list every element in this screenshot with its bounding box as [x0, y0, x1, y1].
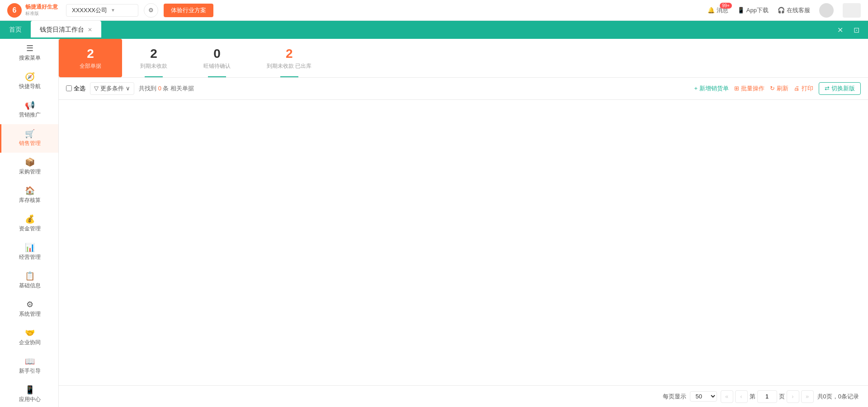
- app-center-icon: 📱: [25, 386, 35, 394]
- gear-icon: ⚙: [148, 7, 154, 14]
- count-unit: 条: [163, 85, 169, 92]
- pagination-nav: « ‹ 第 页 › »: [721, 390, 814, 403]
- sidebar-item-quick-nav[interactable]: 🧭 快捷导航: [0, 67, 58, 96]
- sidebar-item-label-finance: 资金管理: [19, 225, 41, 233]
- finance-icon: 💰: [25, 215, 35, 223]
- sales-icon: 🛒: [25, 130, 35, 138]
- sidebar-item-purchase[interactable]: 📦 采购管理: [0, 153, 58, 181]
- select-all-checkbox[interactable]: 全选: [66, 84, 85, 93]
- pagination-last-button[interactable]: »: [801, 390, 814, 403]
- tab-work-bench-label: 钱货日清工作台: [40, 26, 84, 34]
- avatar[interactable]: [819, 3, 834, 18]
- tab-close-icon[interactable]: ✕: [88, 27, 92, 33]
- count-text: 共找到 0 条 相关单据: [139, 84, 194, 93]
- nav-tabs: 首页 钱货日清工作台 ✕ ✕ ⊡: [0, 21, 868, 39]
- purchase-icon: 📦: [25, 158, 35, 166]
- summary-label-overdue: 到期未收款: [140, 62, 167, 70]
- sidebar-item-system[interactable]: ⚙ 系统管理: [0, 295, 58, 323]
- summary-card-overdue[interactable]: 2 到期未收款: [122, 39, 185, 77]
- sidebar: ☰ 搜索菜单 🧭 快捷导航 📢 营销推广 🛒 销售管理 📦 采购管理 🏠 库存核…: [0, 39, 59, 407]
- header-actions: ⚙ 体验行业方案: [144, 3, 213, 18]
- system-icon: ⚙: [26, 300, 33, 309]
- sidebar-item-sales[interactable]: 🛒 销售管理: [0, 124, 58, 153]
- total-info: 共0页，0条记录: [817, 393, 859, 401]
- marketing-icon: 📢: [25, 101, 35, 109]
- refresh-icon: ↻: [770, 85, 775, 92]
- card-underline-2: [208, 76, 226, 77]
- add-btn-label: 新增销货单: [699, 84, 729, 93]
- download-icon: 📱: [737, 7, 745, 14]
- sidebar-item-finance[interactable]: 💰 资金管理: [0, 210, 58, 238]
- sidebar-item-label-system: 系统管理: [19, 310, 41, 318]
- batch-btn-label: 批量操作: [741, 84, 764, 93]
- sidebar-item-label-basic-info: 基础信息: [19, 282, 41, 290]
- basic-info-icon: 📋: [25, 272, 35, 280]
- filter-icon: ▽: [94, 85, 99, 92]
- related-label: 相关单据: [170, 85, 194, 92]
- app-download-label: App下载: [746, 6, 769, 14]
- card-underline: [145, 76, 163, 77]
- bell-icon: 🔔: [708, 7, 715, 14]
- table-area: [59, 100, 868, 385]
- message-button[interactable]: 🔔 消息 99+: [708, 6, 728, 14]
- select-all-label: 全选: [74, 84, 85, 93]
- select-all-input[interactable]: [66, 85, 72, 91]
- page-label: 第: [750, 393, 755, 401]
- search-menu-icon: ☰: [26, 44, 33, 52]
- sidebar-item-inventory[interactable]: 🏠 库存核算: [0, 181, 58, 210]
- content-area: 2 全部单据 2 到期未收款 0 旺铺待确认 2 到期未收款 已出库: [59, 39, 868, 407]
- filter-button[interactable]: ▽ 更多条件 ∨: [90, 82, 134, 95]
- add-sales-order-button[interactable]: + 新增销货单: [694, 84, 729, 93]
- tab-work-bench[interactable]: 钱货日清工作台 ✕: [31, 21, 101, 39]
- logo-icon: 6: [7, 3, 22, 18]
- card-underline-3: [280, 76, 298, 77]
- tab-home[interactable]: 首页: [0, 21, 31, 39]
- online-service-button[interactable]: 🎧 在线客服: [778, 6, 810, 14]
- sidebar-item-guide[interactable]: 📖 新手引导: [0, 352, 58, 380]
- nav-close-button[interactable]: ✕: [834, 23, 846, 36]
- per-page-select[interactable]: 50 100: [690, 391, 717, 402]
- nav-expand-button[interactable]: ⊡: [850, 23, 863, 36]
- switch-label: 切换新版: [831, 84, 855, 93]
- print-button[interactable]: 🖨 打印: [794, 84, 813, 93]
- sidebar-item-label-collaboration: 企业协同: [19, 339, 41, 346]
- sidebar-item-operation[interactable]: 📊 经营管理: [0, 238, 58, 267]
- experience-button[interactable]: 体验行业方案: [164, 4, 213, 17]
- app-download-button[interactable]: 📱 App下载: [737, 6, 769, 14]
- sidebar-item-app-center[interactable]: 📱 应用中心: [0, 380, 58, 407]
- logo-text: 畅捷通好生意 标准版: [25, 4, 58, 16]
- batch-operation-button[interactable]: ⊞ 批量操作: [734, 84, 764, 93]
- sidebar-item-search-menu[interactable]: ☰ 搜索菜单: [0, 39, 58, 67]
- pagination-first-button[interactable]: «: [721, 390, 733, 403]
- sidebar-item-label-inventory: 库存核算: [19, 196, 41, 204]
- sidebar-item-label-sales: 销售管理: [19, 140, 41, 147]
- filter-dropdown-icon: ∨: [126, 85, 130, 92]
- summary-card-all[interactable]: 2 全部单据: [59, 39, 122, 77]
- online-service-label: 在线客服: [787, 6, 810, 14]
- footer-pagination: 每页显示 50 100 « ‹ 第 页 › » 共0页，0条记录: [59, 385, 868, 407]
- sidebar-item-label-marketing: 营销推广: [19, 111, 41, 119]
- sidebar-item-label-quick-nav: 快捷导航: [19, 83, 41, 90]
- summary-num-overdue: 2: [150, 46, 157, 61]
- toolbar-left: 全选 ▽ 更多条件 ∨ 共找到 0 条 相关单据: [66, 82, 194, 95]
- switch-version-button[interactable]: ⇄ 切换新版: [819, 82, 861, 95]
- pagination-prev-button[interactable]: ‹: [735, 390, 748, 403]
- logo-sub: 标准版: [25, 10, 58, 17]
- page-input[interactable]: [757, 390, 777, 403]
- sidebar-item-basic-info[interactable]: 📋 基础信息: [0, 267, 58, 295]
- quick-nav-icon: 🧭: [25, 73, 35, 81]
- inventory-icon: 🏠: [25, 187, 35, 195]
- settings-button[interactable]: ⚙: [144, 3, 158, 18]
- sidebar-item-collaboration[interactable]: 🤝 企业协同: [0, 323, 58, 352]
- user-menu-button[interactable]: [843, 3, 861, 18]
- summary-card-shipped[interactable]: 2 到期未收款 已出库: [249, 39, 330, 77]
- refresh-button[interactable]: ↻ 刷新: [770, 84, 788, 93]
- summary-label-wangpu: 旺铺待确认: [203, 62, 231, 70]
- sidebar-item-marketing[interactable]: 📢 营销推广: [0, 96, 58, 124]
- company-selector[interactable]: XXXXXX公司 ▼: [66, 4, 138, 17]
- pagination-next-button[interactable]: ›: [787, 390, 799, 403]
- summary-num-shipped: 2: [286, 46, 293, 61]
- logo-title: 畅捷通好生意: [25, 4, 58, 10]
- company-name: XXXXXX公司: [72, 6, 107, 14]
- summary-card-wangpu[interactable]: 0 旺铺待确认: [185, 39, 249, 77]
